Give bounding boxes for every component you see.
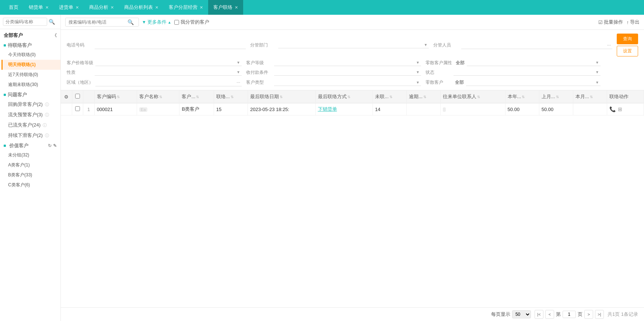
sidebar-item-tomorrow[interactable]: 明天待联络(1) <box>1 60 60 70</box>
th-type[interactable]: 客户... ⇅ <box>179 90 214 103</box>
th-contact-person[interactable]: 往来单位联系人 ⇅ <box>441 90 505 103</box>
cust-type-chevron: ▼ <box>416 80 420 84</box>
close-purchase-icon[interactable]: ✕ <box>76 5 79 10</box>
dept-select[interactable]: ▼ <box>278 42 429 48</box>
th-overdue[interactable]: 逾期... ⇅ <box>407 90 441 103</box>
sidebar-group-value: 价值客户 ↻ ✎ <box>0 141 60 150</box>
cust-type-select[interactable]: ▼ <box>274 79 421 86</box>
contact-person-blurred <box>443 107 446 112</box>
nav-purchase[interactable]: 进货单 ✕ <box>54 0 84 15</box>
th-name[interactable]: 客户名称 ⇅ <box>137 90 179 103</box>
sort-method-icon: ⇅ <box>347 95 350 99</box>
last-page-btn[interactable]: >| <box>595 310 604 319</box>
page-input[interactable] <box>563 311 576 318</box>
phone-input[interactable] <box>95 41 246 49</box>
nav-customer-contact[interactable]: 客户联络 ✕ <box>208 0 243 15</box>
th-last-month[interactable]: 上月... ⇅ <box>539 90 573 103</box>
prev-page-btn[interactable]: < <box>545 310 554 319</box>
sidebar-item-class-c[interactable]: C类客户(6) <box>1 180 60 190</box>
filter-icon: ▼ <box>142 20 146 25</box>
sidebar-search-icon[interactable]: 🔍 <box>49 19 55 25</box>
cust-type-label: 客户类型 <box>246 79 272 86</box>
adv-filter-cust-level: 客户等级 ▼ <box>246 59 421 66</box>
sidebar-collapse-icon[interactable]: 《 <box>52 32 57 39</box>
nav-sales[interactable]: 销货单 ✕ <box>24 0 54 15</box>
price-level-select[interactable]: ▼ <box>95 59 242 66</box>
my-customers-checkbox-label[interactable]: 我分管的客户 <box>174 19 209 25</box>
sidebar: 🔍 全部客户 《 待联络客户 今天待联络(0) 明天待联络(1) 近7天待联络(… <box>0 15 61 321</box>
sidebar-item-class-a[interactable]: A类客户(1) <box>1 160 60 170</box>
td-check[interactable] <box>72 103 83 115</box>
first-page-btn[interactable]: |< <box>535 310 543 319</box>
filter-search-button[interactable]: 🔍 <box>127 19 134 25</box>
export-btn[interactable]: ↑ 导出 <box>627 19 640 25</box>
filter-more-btn[interactable]: ▼ 更多条件 ▲ <box>142 19 171 25</box>
close-sales-icon[interactable]: ✕ <box>45 5 49 10</box>
close-segment-icon[interactable]: ✕ <box>200 5 203 10</box>
sidebar-item-churned[interactable]: 已流失客户(24) ⓘ <box>1 120 60 130</box>
sidebar-group-problem: 问题客户 <box>0 90 60 99</box>
row-action-more-icon[interactable]: ⊞ <box>618 106 622 112</box>
customer-table: ⚙ 客户编码 ⇅ <box>61 90 644 115</box>
query-btn[interactable]: 查询 <box>617 34 638 44</box>
per-page-select[interactable]: 50 100 200 <box>512 310 531 318</box>
sidebar-item-today[interactable]: 今天待联络(0) <box>1 50 60 60</box>
row-checkbox[interactable] <box>75 106 80 111</box>
th-settings[interactable]: ⚙ <box>61 90 72 103</box>
nav-goods-analysis[interactable]: 商品分析 ✕ <box>84 0 119 15</box>
retail-attr-select[interactable]: ▼ <box>467 59 601 66</box>
sidebar-item-week7[interactable]: 近7天待联络(0) <box>1 70 60 80</box>
th-this-year[interactable]: 本年... ⇅ <box>505 90 539 103</box>
sidebar-item-class-b[interactable]: B类客户(33) <box>1 170 60 180</box>
sidebar-item-continuous-decline[interactable]: 持续下滑客户(2) ⓘ <box>1 130 60 141</box>
sidebar-item-repurchase-abnormal[interactable]: 回购异常客户(2) ⓘ <box>1 99 60 110</box>
adv-filter-retail-cust: 零散客户 全部 ▼ <box>426 79 601 86</box>
query-set-buttons: 查询 设置 <box>617 34 638 56</box>
filter-search-input[interactable] <box>69 20 127 25</box>
value-refresh-icon[interactable]: ↻ <box>48 143 52 148</box>
row-action-phone-icon[interactable]: 📞 <box>609 106 616 112</box>
td-last-contact-method[interactable]: 下销货单 <box>315 103 372 115</box>
status-select[interactable]: ▼ <box>454 69 601 76</box>
retail-cust-label: 零散客户 <box>426 79 451 86</box>
th-last-contact-date[interactable]: 最后联络日期 ⇅ <box>248 90 315 103</box>
close-goods-analysis-icon[interactable]: ✕ <box>111 5 114 10</box>
nav-goods-analysis-list[interactable]: 商品分析列表 ✕ <box>119 0 164 15</box>
batch-op-btn[interactable]: ☑ 批量操作 <box>598 19 623 25</box>
set-btn[interactable]: 设置 <box>617 46 638 56</box>
close-contact-icon[interactable]: ✕ <box>235 5 238 10</box>
td-this-month <box>573 103 607 115</box>
sidebar-item-ungrouped[interactable]: 未分组(32) <box>1 150 60 160</box>
price-level-label: 客户价格等级 <box>67 60 93 66</box>
settings-icon[interactable]: ⚙ <box>64 94 69 100</box>
adv-filter-row-3: 性质 ▼ 收付款条件 ▼ 状态 <box>67 69 638 76</box>
value-edit-icon[interactable]: ✎ <box>53 143 57 148</box>
cust-level-select[interactable]: ▼ <box>274 59 421 66</box>
td-last-contact-date: 2023-05-23 18:25: <box>248 103 315 115</box>
sidebar-search-input[interactable] <box>3 18 47 26</box>
th-this-month[interactable]: 本月... ⇅ <box>573 90 607 103</box>
th-last-contact-method[interactable]: 最后联络方式 ⇅ <box>315 90 372 103</box>
retail-cust-select[interactable]: ▼ <box>466 79 601 86</box>
my-customers-checkbox[interactable] <box>174 20 179 25</box>
th-code[interactable]: 客户编码 ⇅ <box>94 90 137 103</box>
adv-filter-row-2: 客户价格等级 ▼ 客户等级 ▼ 零散客户属性 全部 <box>67 59 638 66</box>
nav-customer-segment[interactable]: 客户分层经营 ✕ <box>164 0 208 15</box>
select-all-checkbox[interactable] <box>75 94 80 99</box>
nature-select[interactable]: ▼ <box>95 69 242 76</box>
close-goods-list-icon[interactable]: ✕ <box>155 5 158 10</box>
payment-select[interactable]: ▼ <box>274 69 421 76</box>
content-area: 🔍 ▼ 更多条件 ▲ 我分管的客户 ☑ 批量操作 ↑ 导出 <box>61 15 644 321</box>
sidebar-item-overdue[interactable]: 逾期未联络(30) <box>1 80 60 90</box>
th-contact[interactable]: 联络... ⇅ <box>214 90 248 103</box>
region-dots-btn[interactable]: ··· <box>237 80 240 85</box>
adv-filter-row-1: 电话号码 分管部门 ▼ 分管人员 ··· 查询 <box>67 34 638 56</box>
th-no-contact[interactable]: 未联... ⇅ <box>372 90 406 103</box>
td-num: 1 <box>83 103 94 115</box>
person-dots-btn[interactable]: ··· <box>607 42 611 48</box>
sidebar-all-customers[interactable]: 全部客户 《 <box>0 29 60 40</box>
th-check[interactable] <box>72 90 83 103</box>
nav-home[interactable]: 首页 <box>4 0 24 15</box>
sidebar-item-churn-risk[interactable]: 流失预警客户(3) ⓘ <box>1 110 60 120</box>
next-page-btn[interactable]: > <box>584 310 593 319</box>
